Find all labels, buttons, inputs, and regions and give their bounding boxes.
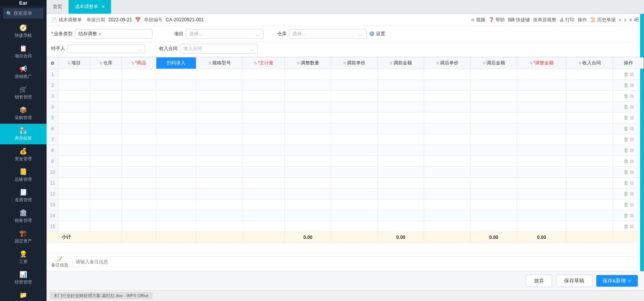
table-cell[interactable]: [285, 123, 331, 134]
table-cell[interactable]: [196, 145, 243, 156]
table-cell[interactable]: [90, 178, 121, 189]
table-cell[interactable]: [566, 134, 613, 145]
calendar-icon[interactable]: 📅: [135, 17, 141, 22]
table-cell[interactable]: [566, 210, 613, 221]
table-cell[interactable]: [59, 102, 90, 112]
view-toggle[interactable]: ≡: [629, 17, 632, 22]
save-draft-button[interactable]: 保存草稿: [556, 275, 592, 287]
delete-icon[interactable]: 🗑: [623, 169, 628, 175]
table-cell[interactable]: [285, 134, 331, 145]
table-cell[interactable]: [424, 199, 471, 210]
copy-icon[interactable]: ⧉: [630, 202, 634, 208]
table-cell[interactable]: [121, 210, 156, 221]
copy-icon[interactable]: ⧉: [630, 213, 634, 219]
table-cell[interactable]: [156, 134, 196, 145]
table-cell[interactable]: [59, 199, 90, 210]
table-cell[interactable]: [471, 178, 517, 189]
delete-icon[interactable]: 🗑: [623, 93, 628, 99]
table-cell[interactable]: [377, 134, 424, 145]
table-cell[interactable]: [243, 199, 285, 210]
table-cell[interactable]: [331, 145, 377, 156]
table-cell[interactable]: [517, 199, 566, 210]
table-cell[interactable]: [243, 91, 285, 102]
copy-icon[interactable]: ⧉: [630, 169, 634, 175]
delete-icon[interactable]: 🗑: [623, 71, 628, 77]
delete-icon[interactable]: 🗑: [623, 82, 628, 88]
table-cell[interactable]: [196, 210, 243, 221]
delete-icon[interactable]: 🗑: [623, 191, 628, 197]
copy-icon[interactable]: ⧉: [630, 137, 634, 143]
table-cell[interactable]: [377, 102, 424, 112]
table-cell[interactable]: [331, 91, 377, 102]
table-cell[interactable]: [243, 134, 285, 145]
table-cell[interactable]: [331, 156, 377, 167]
table-cell[interactable]: [196, 167, 243, 178]
table-cell[interactable]: [377, 145, 424, 156]
tab-close-icon[interactable]: ✕: [101, 4, 105, 9]
sidebar-item-tax[interactable]: 🏛️ 税务管理: [0, 206, 47, 227]
delete-icon[interactable]: 🗑: [623, 202, 628, 208]
table-cell[interactable]: [90, 210, 121, 221]
copy-icon[interactable]: ⧉: [630, 180, 634, 186]
table-cell[interactable]: [566, 178, 613, 189]
table-cell[interactable]: [285, 112, 331, 123]
table-cell[interactable]: [285, 189, 331, 199]
table-cell[interactable]: [90, 69, 121, 80]
table-cell[interactable]: [90, 134, 121, 145]
table-cell[interactable]: [424, 134, 471, 145]
delete-icon[interactable]: 🗑: [623, 158, 628, 164]
table-cell[interactable]: [471, 134, 517, 145]
table-cell[interactable]: [471, 221, 517, 232]
table-cell[interactable]: [566, 91, 613, 102]
table-cell[interactable]: [517, 69, 566, 80]
copy-icon[interactable]: ⧉: [630, 147, 634, 154]
table-cell[interactable]: [243, 221, 285, 232]
table-cell[interactable]: [90, 156, 121, 167]
sidebar-item-sales-mgmt[interactable]: 🛒 销售管理: [0, 83, 47, 103]
sidebar-item-operations[interactable]: 📊 经营管理: [0, 268, 47, 288]
nav-prev[interactable]: ‹: [619, 16, 621, 23]
table-cell[interactable]: [59, 189, 90, 199]
table-cell[interactable]: [331, 123, 377, 134]
table-cell[interactable]: [424, 156, 471, 167]
print-action[interactable]: 🖨 打印: [559, 17, 575, 23]
table-cell[interactable]: [471, 156, 517, 167]
table-cell[interactable]: [59, 123, 90, 134]
table-cell[interactable]: [59, 91, 90, 102]
table-cell[interactable]: [285, 199, 331, 210]
table-cell[interactable]: [121, 69, 156, 80]
table-cell[interactable]: [196, 102, 243, 112]
table-cell[interactable]: [566, 221, 613, 232]
table-cell[interactable]: [471, 210, 517, 221]
table-cell[interactable]: [90, 145, 121, 156]
window-close-button[interactable]: ✕: [633, 16, 638, 24]
table-cell[interactable]: [156, 178, 196, 189]
table-cell[interactable]: [196, 156, 243, 167]
table-cell[interactable]: [196, 69, 243, 80]
table-cell[interactable]: [90, 189, 121, 199]
project-input[interactable]: 选择... ...: [186, 29, 263, 39]
table-cell[interactable]: [243, 210, 285, 221]
table-cell[interactable]: [121, 199, 156, 210]
table-cell[interactable]: [424, 167, 471, 178]
table-cell[interactable]: [566, 80, 613, 91]
table-cell[interactable]: [196, 178, 243, 189]
save-new-button[interactable]: 保存&新增 ∨: [596, 275, 638, 287]
business-type-input[interactable]: 结存调整 ▾: [75, 29, 152, 39]
table-cell[interactable]: [331, 167, 377, 178]
table-cell[interactable]: [566, 112, 613, 123]
table-cell[interactable]: [90, 167, 121, 178]
table-cell[interactable]: [424, 221, 471, 232]
table-cell[interactable]: [517, 167, 566, 178]
copy-icon[interactable]: ⧉: [630, 104, 634, 110]
table-cell[interactable]: [156, 167, 196, 178]
delete-icon[interactable]: 🗑: [623, 223, 628, 229]
table-cell[interactable]: [377, 80, 424, 91]
copy-icon[interactable]: ⧉: [630, 93, 634, 99]
table-cell[interactable]: [517, 189, 566, 199]
table-cell[interactable]: [377, 91, 424, 102]
table-cell[interactable]: [331, 134, 377, 145]
table-cell[interactable]: [566, 69, 613, 80]
table-cell[interactable]: [285, 221, 331, 232]
help-action[interactable]: ❓ 帮助: [488, 17, 505, 23]
